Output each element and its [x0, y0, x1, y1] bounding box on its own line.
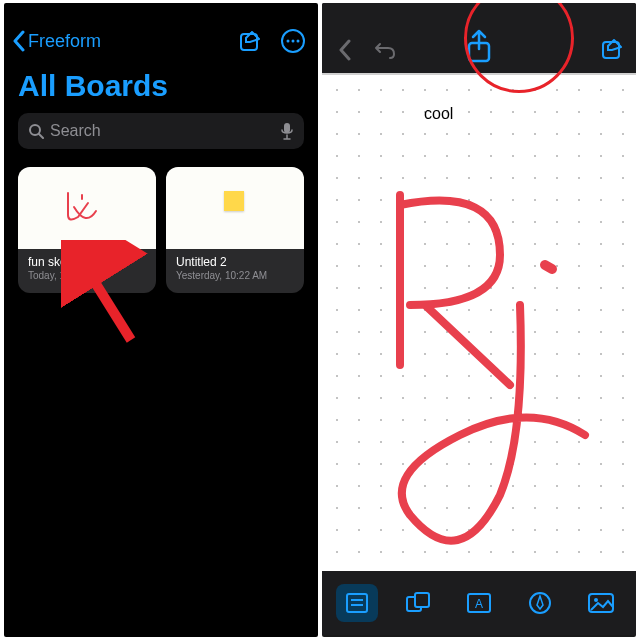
- undo-icon: [374, 40, 396, 60]
- search-bar[interactable]: [18, 113, 304, 149]
- more-button[interactable]: [280, 28, 306, 54]
- sketch-drawing-icon: [350, 135, 610, 555]
- canvas[interactable]: cool: [322, 73, 636, 571]
- nav-left-group: [338, 39, 396, 65]
- back-label: Freeform: [28, 31, 101, 52]
- compose-icon: [600, 37, 624, 61]
- compose-icon: [238, 29, 262, 53]
- canvas-text[interactable]: cool: [424, 105, 453, 123]
- text-box-icon: A: [466, 592, 492, 614]
- search-input[interactable]: [50, 122, 280, 140]
- svg-rect-6: [284, 123, 290, 133]
- card-title: Untitled 2: [176, 255, 294, 269]
- board-preview: [166, 167, 304, 249]
- share-button[interactable]: [465, 29, 493, 67]
- chevron-left-icon: [12, 30, 26, 52]
- card-subtitle: Today, 10:18 AM: [28, 270, 146, 281]
- pen-tool[interactable]: [519, 584, 561, 622]
- search-icon: [28, 123, 44, 139]
- undo-button[interactable]: [374, 40, 396, 64]
- card-title: fun sketching: [28, 255, 146, 269]
- mic-icon[interactable]: [280, 122, 294, 140]
- back-button[interactable]: Freeform: [12, 30, 101, 52]
- nav-actions: [238, 28, 306, 54]
- card-meta: fun sketching Today, 10:18 AM: [18, 249, 156, 289]
- media-tool[interactable]: [580, 584, 622, 622]
- board-editor-pane: cool A: [322, 3, 636, 637]
- svg-point-2: [287, 40, 290, 43]
- svg-point-4: [297, 40, 300, 43]
- card-meta: Untitled 2 Yesterday, 10:22 AM: [166, 249, 304, 289]
- svg-rect-14: [415, 593, 429, 607]
- board-preview: [18, 167, 156, 249]
- chevron-left-icon: [338, 39, 352, 61]
- pen-circle-icon: [528, 591, 552, 615]
- editor-nav-bar: [322, 3, 636, 73]
- shapes-icon: [405, 591, 431, 615]
- sticky-note-icon: [224, 191, 244, 211]
- all-boards-pane: Freeform All Boards fun sketching Today: [4, 3, 318, 637]
- sticky-note-icon: [345, 592, 369, 614]
- svg-rect-10: [347, 594, 367, 612]
- back-chevron-button[interactable]: [338, 39, 352, 65]
- sketch-thumbnail-icon: [62, 185, 112, 235]
- sticky-note-tool[interactable]: [336, 584, 378, 622]
- svg-text:A: A: [475, 597, 483, 611]
- board-card[interactable]: fun sketching Today, 10:18 AM: [18, 167, 156, 293]
- photo-icon: [587, 592, 615, 614]
- page-title: All Boards: [4, 65, 318, 113]
- editor-toolbar: A: [322, 571, 636, 635]
- board-grid: fun sketching Today, 10:18 AM Untitled 2…: [4, 149, 318, 311]
- board-card[interactable]: Untitled 2 Yesterday, 10:22 AM: [166, 167, 304, 293]
- ellipsis-circle-icon: [280, 28, 306, 54]
- shapes-tool[interactable]: [397, 584, 439, 622]
- compose-button[interactable]: [238, 29, 262, 53]
- svg-point-19: [594, 598, 598, 602]
- compose-button[interactable]: [600, 37, 624, 65]
- share-icon: [465, 29, 493, 63]
- text-tool[interactable]: A: [458, 584, 500, 622]
- svg-point-3: [292, 40, 295, 43]
- nav-bar: Freeform: [4, 3, 318, 65]
- card-subtitle: Yesterday, 10:22 AM: [176, 270, 294, 281]
